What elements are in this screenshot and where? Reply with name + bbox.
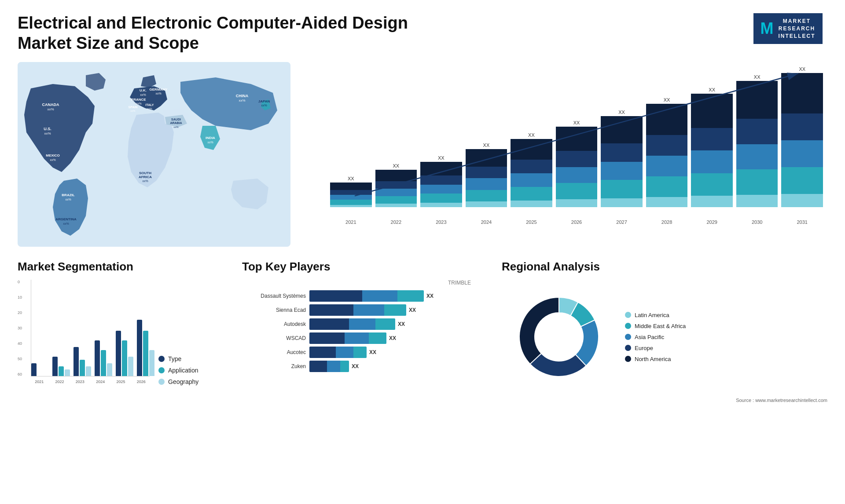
svg-text:xx%: xx%: [63, 222, 69, 225]
seg-bar: [95, 340, 100, 376]
seg-chart-area: 6050403020100 202120222023202420252026 T…: [18, 280, 229, 394]
bottom-section: Market Segmentation 6050403020100 202120…: [18, 260, 827, 403]
player-bar-wrap: XX: [309, 361, 489, 372]
svg-text:xx%: xx%: [261, 104, 267, 107]
svg-text:xx%: xx%: [140, 93, 146, 96]
bar-x-label-2026: 2026: [556, 218, 598, 225]
player-bar-segment: [336, 347, 353, 358]
regional-section: Regional Analysis Latin AmericaMiddle Ea…: [502, 260, 827, 403]
logo-area: M MARKET RESEARCH INTELLECT: [748, 13, 827, 44]
svg-text:ARABIA: ARABIA: [170, 121, 182, 124]
player-bar-wrap: XX: [309, 347, 489, 358]
page-title: Electrical and Electronic Computer-Aided…: [18, 13, 414, 53]
player-row: Dassault SystèmesXX: [242, 290, 489, 302]
seg-bar-chart: 6050403020100 202120222023202420252026: [18, 280, 150, 394]
player-bar-label: XX: [398, 321, 405, 327]
player-row: Sienna EcadXX: [242, 304, 489, 316]
bar-x-label-2023: 2023: [420, 218, 462, 225]
donut-legend: Latin AmericaMiddle East & AfricaAsia Pa…: [625, 312, 686, 362]
seg-bar: [122, 340, 127, 376]
seg-bar: [116, 331, 121, 376]
player-bar-label: XX: [426, 293, 434, 299]
player-bar-segment: [353, 304, 384, 316]
donut-segment: [530, 354, 586, 376]
donut-chart: [502, 280, 616, 394]
player-name: Sienna Ecad: [242, 307, 306, 313]
svg-text:xx%: xx%: [207, 141, 213, 144]
x-axis-labels: 2021202220232024202520262027202820292030…: [330, 218, 823, 225]
player-name: Autodesk: [242, 321, 306, 327]
svg-text:ITALY: ITALY: [145, 103, 154, 106]
donut-legend-item: Europe: [625, 345, 686, 351]
player-bar-segment: [309, 304, 353, 316]
regional-title: Regional Analysis: [502, 260, 827, 274]
donut-legend-dot: [625, 345, 631, 351]
player-bar-segment: [309, 347, 336, 358]
legend-label: Geography: [168, 378, 198, 385]
seg-bar: [143, 331, 148, 376]
svg-text:SAUDI: SAUDI: [171, 118, 181, 121]
svg-text:xx%: xx%: [155, 92, 161, 95]
seg-bar-group-2021: [31, 363, 49, 376]
player-row: AutodeskXX: [242, 318, 489, 330]
player-name: WSCAD: [242, 335, 306, 341]
seg-y-labels: 6050403020100: [18, 280, 22, 376]
donut-legend-label: Europe: [635, 345, 653, 351]
svg-text:BRAZIL: BRAZIL: [62, 193, 74, 197]
logo-m-letter: M: [760, 18, 774, 40]
donut-legend-dot: [625, 356, 631, 362]
bar-x-label-2030: 2030: [736, 218, 778, 225]
seg-bar: [137, 320, 142, 376]
player-bar-segment: [309, 318, 349, 330]
donut-legend-item: North America: [625, 356, 686, 362]
player-bar-bg: [309, 304, 406, 316]
seg-legend-item: Type: [158, 355, 198, 362]
segmentation-section: Market Segmentation 6050403020100 202120…: [18, 260, 229, 403]
player-row: AucotecXX: [242, 347, 489, 358]
logo-text: MARKET RESEARCH INTELLECT: [779, 18, 816, 40]
player-bar-segment: [345, 332, 369, 344]
player-bar-label: XX: [369, 349, 376, 355]
svg-text:GERMANY: GERMANY: [150, 88, 168, 91]
donut-legend-label: Asia Pacific: [635, 334, 664, 340]
svg-text:CANADA: CANADA: [42, 102, 59, 107]
player-bar-wrap: XX: [309, 332, 489, 344]
player-bar-bg: [309, 361, 349, 372]
player-bar-segment: [353, 347, 367, 358]
donut-legend-label: Latin America: [635, 312, 669, 318]
map-svg: CANADA xx% U.S. xx% MEXICO xx% BRAZIL xx…: [18, 62, 290, 247]
svg-text:xx%: xx%: [173, 126, 179, 128]
svg-text:AFRICA: AFRICA: [139, 175, 152, 179]
donut-legend-item: Latin America: [625, 312, 686, 318]
player-bar-wrap: XX: [309, 318, 489, 330]
bar-chart-area: XXXXXXXXXXXXXXXXXXXXXX 20212022202320242…: [321, 66, 823, 225]
seg-bar: [86, 366, 91, 376]
page-header: Electrical and Electronic Computer-Aided…: [18, 13, 827, 53]
bar-x-label-2028: 2028: [646, 218, 688, 225]
svg-text:xx%: xx%: [147, 107, 152, 110]
donut-legend-label: North America: [635, 356, 671, 362]
player-name: Aucotec: [242, 349, 306, 355]
donut-legend-item: Middle East & Africa: [625, 323, 686, 329]
player-name: Zuken: [242, 363, 306, 369]
svg-text:INDIA: INDIA: [206, 136, 215, 140]
donut-legend-dot: [625, 323, 631, 329]
svg-text:xx%: xx%: [50, 158, 55, 161]
svg-text:xx%: xx%: [65, 198, 71, 201]
svg-text:MEXICO: MEXICO: [46, 153, 60, 157]
logo-box: M MARKET RESEARCH INTELLECT: [753, 13, 823, 44]
player-bar-wrap: XX: [309, 304, 489, 316]
legend-dot: [158, 367, 165, 373]
player-bar-bg: [309, 347, 367, 358]
player-name: Dassault Systèmes: [242, 293, 306, 299]
svg-text:xx%: xx%: [130, 110, 136, 112]
player-bar-segment: [397, 290, 424, 302]
player-bar-segment: [309, 290, 362, 302]
bar-x-label-2029: 2029: [691, 218, 733, 225]
legend-dot: [158, 356, 165, 362]
player-row: WSCADXX: [242, 332, 489, 344]
player-bar-bg: [309, 332, 386, 344]
svg-text:JAPAN: JAPAN: [258, 99, 270, 103]
seg-bar: [149, 350, 154, 376]
seg-bar: [80, 360, 85, 376]
